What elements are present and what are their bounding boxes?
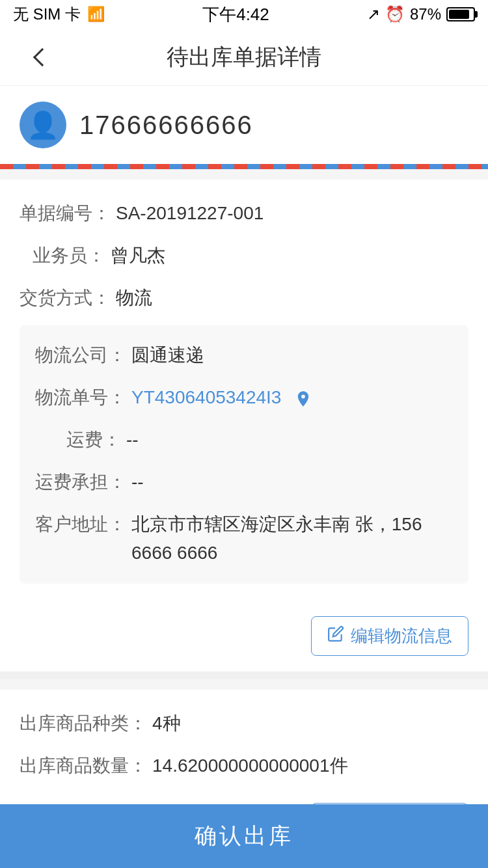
doc-number-value: SA-20191227-001 <box>116 199 468 228</box>
doc-number-row: 单据编号： SA-20191227-001 <box>20 199 468 228</box>
tracking-row: 物流单号： YT43064053424I3 <box>35 383 453 413</box>
battery-percent: 87% <box>410 5 441 23</box>
back-arrow-icon <box>33 47 51 66</box>
page-title: 待出库单据详情 <box>59 42 429 72</box>
logistics-company-label: 物流公司： <box>35 341 131 370</box>
goods-types-row: 出库商品种类： 4种 <box>20 709 468 739</box>
address-value: 北京市市辖区海淀区永丰南 张，156 6666 6666 <box>131 510 453 569</box>
goods-types-value: 4种 <box>152 709 468 739</box>
delivery-method-row: 交货方式： 物流 <box>20 284 468 313</box>
confirm-label: 确认出库 <box>195 821 293 851</box>
avatar: 👤 <box>20 102 66 148</box>
goods-types-label: 出库商品种类： <box>20 709 152 739</box>
tracking-label: 物流单号： <box>35 383 131 413</box>
status-left: 无 SIM 卡 📶 <box>13 4 105 25</box>
goods-quantity-value: 14.620000000000001件 <box>152 752 468 781</box>
logistics-company-value: 圆通速递 <box>131 341 453 370</box>
goods-quantity-label: 出库商品数量： <box>20 752 152 781</box>
confirm-button[interactable]: 确认出库 <box>0 804 488 868</box>
status-right: ↗ ⏰ 87% <box>367 5 475 23</box>
back-button[interactable] <box>20 38 59 77</box>
battery-icon <box>446 7 475 21</box>
status-time: 下午4:42 <box>202 3 269 26</box>
edit-logistics-area: 编辑物流信息 <box>0 603 488 671</box>
salesperson-value: 曾凡杰 <box>111 241 468 271</box>
doc-number-label: 单据编号： <box>20 199 116 228</box>
freight-bearer-label: 运费承担： <box>35 468 131 497</box>
address-row: 客户地址： 北京市市辖区海淀区永丰南 张，156 6666 6666 <box>35 510 453 569</box>
status-bar: 无 SIM 卡 📶 下午4:42 ↗ ⏰ 87% <box>0 0 488 29</box>
freight-bearer-value: -- <box>131 468 453 497</box>
freight-bearer-row: 运费承担： -- <box>35 468 453 497</box>
delivery-method-label: 交货方式： <box>20 284 116 313</box>
user-phone: 17666666666 <box>79 111 253 140</box>
freight-label: 运费： <box>35 426 126 455</box>
delivery-method-value: 物流 <box>116 284 468 313</box>
logistics-company-row: 物流公司： 圆通速递 <box>35 341 453 370</box>
goods-quantity-row: 出库商品数量： 14.620000000000001件 <box>20 752 468 781</box>
user-row: 👤 17666666666 <box>0 86 488 164</box>
goods-section: 出库商品种类： 4种 出库商品数量： 14.620000000000001件 <box>0 690 488 800</box>
wifi-icon: 📶 <box>87 6 105 23</box>
location-arrow-icon: ↗ <box>367 5 380 23</box>
tracking-value: YT43064053424I3 <box>131 383 453 413</box>
avatar-icon: 👤 <box>27 110 59 141</box>
dashed-divider <box>0 164 488 169</box>
map-pin-icon[interactable] <box>291 387 315 411</box>
logistics-card: 物流公司： 圆通速递 物流单号： YT43064053424I3 运费： -- … <box>20 325 468 584</box>
nav-bar: 待出库单据详情 <box>0 29 488 86</box>
alarm-icon: ⏰ <box>385 5 405 23</box>
salesperson-label: 业务员： <box>20 241 111 271</box>
edit-icon <box>327 625 344 647</box>
edit-logistics-button[interactable]: 编辑物流信息 <box>311 616 468 656</box>
basic-info-section: 单据编号： SA-20191227-001 业务员： 曾凡杰 交货方式： 物流 … <box>0 180 488 603</box>
salesperson-row: 业务员： 曾凡杰 <box>20 241 468 271</box>
freight-row: 运费： -- <box>35 426 453 455</box>
edit-logistics-label: 编辑物流信息 <box>351 625 452 647</box>
section-divider-1 <box>0 671 488 679</box>
freight-value: -- <box>126 426 453 455</box>
address-label: 客户地址： <box>35 510 131 539</box>
carrier-text: 无 SIM 卡 <box>13 4 81 25</box>
